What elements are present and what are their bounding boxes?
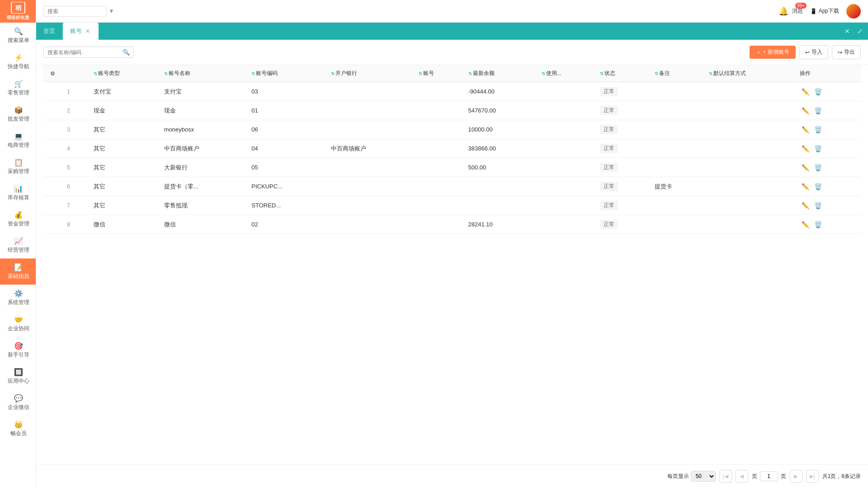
sidebar-item-label: 零售管理 [8, 89, 29, 97]
edit-btn[interactable]: ✏️ [800, 106, 811, 115]
row-balance [463, 196, 536, 215]
th-account[interactable]: ⇅账号 [413, 65, 463, 82]
tab-close-btn[interactable]: ✕ [843, 26, 852, 37]
th-bank[interactable]: ⇅开户银行 [326, 65, 413, 82]
edit-btn[interactable]: ✏️ [800, 87, 811, 96]
add-account-btn[interactable]: ＋ + 新增账号 [750, 46, 796, 59]
th-remark[interactable]: ⇅备注 [649, 65, 703, 82]
sidebar-item-label: 基础信息 [8, 272, 29, 280]
sidebar-item-inventory[interactable]: 📊 库存核算 [0, 180, 36, 206]
topbar-search-input[interactable] [43, 6, 107, 17]
delete-btn[interactable]: 🗑️ [812, 125, 824, 134]
row-balance: 500.00 [463, 158, 536, 177]
sidebar-item-search-menu[interactable]: 🔍 搜索菜单 [0, 23, 36, 49]
row-account [413, 196, 463, 215]
sidebar-item-operation[interactable]: 📈 经营管理 [0, 232, 36, 258]
edit-btn[interactable]: ✏️ [800, 163, 811, 172]
row-default-settle [703, 158, 794, 177]
per-page-select[interactable]: 10 20 50 100 [691, 471, 716, 482]
sidebar-item-label: 库存核算 [8, 194, 29, 202]
table-row: 6 其它 提货卡（零... PICKUPC... 正常 提货卡 ✏️ 🗑️ [43, 177, 861, 196]
delete-btn[interactable]: 🗑️ [812, 87, 824, 96]
last-page-btn[interactable]: ▶| [806, 470, 819, 483]
row-balance: 10000.00 [463, 120, 536, 139]
topbar-dropdown-icon[interactable]: ▼ [108, 8, 114, 14]
toolbar-left: 🔍 [43, 47, 134, 58]
app-download-label: App下载 [819, 7, 839, 15]
sidebar-item-corp-wechat[interactable]: 💬 企业微信 [0, 389, 36, 416]
sidebar-item-purchase[interactable]: 📋 采购管理 [0, 154, 36, 180]
export-btn[interactable]: ↪ 导出 [832, 45, 861, 59]
sidebar-item-retail[interactable]: 🛒 零售管理 [0, 75, 36, 101]
row-settings [43, 82, 61, 101]
sidebar-item-wholesale[interactable]: 📦 批发管理 [0, 101, 36, 127]
row-settings [43, 101, 61, 120]
edit-btn[interactable]: ✏️ [800, 144, 811, 153]
sidebar: 稻 稻谷好生意 🔍 搜索菜单 ⚡ 快捷导航 🛒 零售管理 📦 批发管理 💻 电商… [0, 0, 36, 488]
th-name[interactable]: ⇅账号名称 [159, 65, 246, 82]
tab-accounts[interactable]: 账号 ✕ [63, 23, 99, 40]
tab-home[interactable]: 首页 [36, 23, 63, 40]
delete-btn[interactable]: 🗑️ [812, 144, 824, 153]
total-info: 共1页，8条记录 [822, 473, 861, 480]
sidebar-item-capital[interactable]: 💰 资金管理 [0, 206, 36, 232]
row-account [413, 139, 463, 158]
delete-btn[interactable]: 🗑️ [812, 182, 824, 191]
tab-expand-btn[interactable]: ⤢ [855, 26, 864, 37]
row-balance: -90444.00 [463, 82, 536, 101]
sidebar-item-sys-mgmt[interactable]: ⚙️ 系统管理 [0, 285, 36, 311]
sidebar-item-app-center[interactable]: 🔲 应用中心 [0, 363, 36, 389]
search-icon[interactable]: 🔍 [123, 49, 130, 56]
th-settings[interactable]: ⚙ [43, 65, 61, 82]
th-code[interactable]: ⇅账号编码 [246, 65, 326, 82]
search-input[interactable] [47, 49, 120, 56]
edit-btn[interactable]: ✏️ [800, 220, 811, 229]
page-number-input[interactable] [760, 471, 778, 481]
sidebar-item-new-guide[interactable]: 🎯 新手引导 [0, 337, 36, 363]
th-default-settle[interactable]: ⇅默认结算方式 [703, 65, 794, 82]
sidebar-item-quick-nav[interactable]: ⚡ 快捷导航 [0, 49, 36, 75]
th-status[interactable]: ⇅状态 [594, 65, 649, 82]
th-usage[interactable]: ⇅使用... [536, 65, 594, 82]
th-balance[interactable]: ⇅最新余额 [463, 65, 536, 82]
delete-btn[interactable]: 🗑️ [812, 201, 824, 210]
row-balance: 28241.10 [463, 215, 536, 234]
edit-btn[interactable]: ✏️ [800, 201, 811, 210]
row-type: 其它 [88, 158, 159, 177]
delete-btn[interactable]: 🗑️ [812, 106, 824, 115]
page-content: 🔍 ＋ + 新增账号 ↩ 导入 ↪ 导出 [36, 40, 868, 488]
edit-btn[interactable]: ✏️ [800, 182, 811, 191]
row-type: 现金 [88, 101, 159, 120]
edit-btn[interactable]: ✏️ [800, 125, 811, 134]
table-row: 8 微信 微信 02 28241.10 正常 ✏️ 🗑️ [43, 215, 861, 234]
row-name: 中百商场账户 [159, 139, 246, 158]
next-page-btn[interactable]: ▶ [790, 470, 802, 483]
app-download-btn[interactable]: 📱 App下载 [810, 7, 839, 15]
sidebar-item-corp-agreement[interactable]: 🤝 企业协同 [0, 311, 36, 337]
prev-page-btn[interactable]: ◀ [736, 470, 748, 483]
sidebar-item-basic-info[interactable]: 📝 基础信息 [0, 258, 36, 285]
row-default-settle [703, 139, 794, 158]
sidebar-item-label: 畅会员 [10, 430, 27, 437]
delete-btn[interactable]: 🗑️ [812, 163, 824, 172]
export-label: 导出 [844, 48, 855, 56]
row-index: 3 [61, 120, 88, 139]
pagination: 每页显示 10 20 50 100 |◀ ◀ 页 页 ▶ ▶| 共1页，8条记录 [36, 464, 868, 488]
tab-home-label: 首页 [43, 27, 55, 35]
row-name: 提货卡（零... [159, 177, 246, 196]
corp-wechat-icon: 💬 [14, 394, 23, 403]
th-type[interactable]: ⇅账号类型 [88, 65, 159, 82]
row-bank [326, 120, 413, 139]
sidebar-item-ecommerce[interactable]: 💻 电商管理 [0, 127, 36, 154]
user-avatar[interactable] [846, 4, 861, 19]
sidebar-item-vip-member[interactable]: 👑 畅会员 [0, 416, 36, 442]
row-default-settle [703, 120, 794, 139]
message-btn[interactable]: 🔔 99+ 消息 [778, 6, 803, 16]
row-code: 04 [246, 139, 326, 158]
tab-accounts-close[interactable]: ✕ [85, 28, 91, 34]
import-btn[interactable]: ↩ 导入 [799, 45, 828, 59]
row-remark [649, 101, 703, 120]
delete-btn[interactable]: 🗑️ [812, 220, 824, 229]
first-page-btn[interactable]: |◀ [719, 470, 732, 483]
row-usage [536, 177, 594, 196]
